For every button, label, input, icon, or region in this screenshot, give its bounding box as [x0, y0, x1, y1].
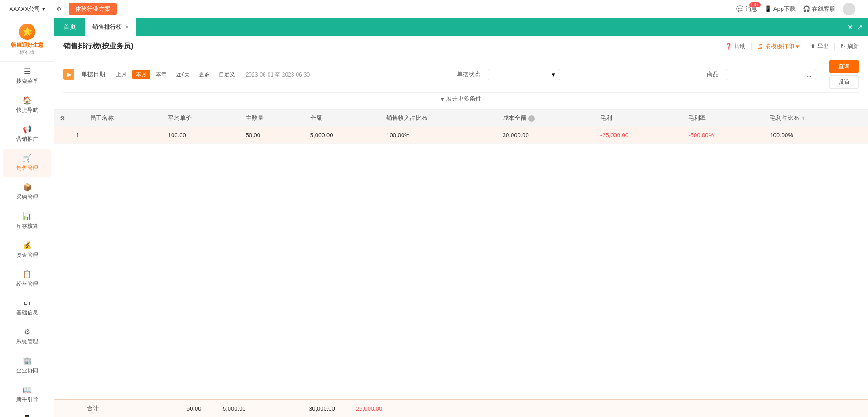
help-label: 帮助	[734, 43, 746, 51]
cell-amount: 5,000.00	[305, 127, 381, 144]
tab-close-icon[interactable]: ×	[125, 24, 129, 30]
sidebar-item-corp[interactable]: 🏢 企业协同	[3, 352, 51, 379]
status-select[interactable]: ▾	[488, 69, 560, 80]
sales-icon: 🛒	[23, 154, 32, 163]
sidebar-item-label: 企业协同	[16, 367, 38, 374]
window-expand-icon[interactable]: ⤢	[857, 23, 863, 32]
logo-area[interactable]: 🌟 畅康通好生意 标准版	[0, 18, 54, 62]
date-tab-7days[interactable]: 近7天	[172, 70, 193, 79]
col-avg-price: 平均单价	[163, 110, 240, 127]
marketing-icon: 📢	[23, 125, 32, 134]
date-tab-prev[interactable]: 上月	[112, 70, 130, 79]
sidebar-item-label: 快捷导航	[16, 106, 38, 114]
operation-icon: 📋	[23, 270, 32, 278]
goods-input[interactable]: ...	[726, 69, 816, 80]
refresh-button[interactable]: ↻ 刷新	[840, 43, 859, 51]
cell-name	[85, 127, 163, 144]
status-label: 单据状态	[457, 70, 480, 78]
sidebar-item-marketing[interactable]: 📢 营销推广	[3, 120, 51, 148]
cost-value: 30,000.00	[503, 132, 529, 139]
amount-value: 5,000.00	[310, 132, 333, 139]
search-menu-icon: ☰	[24, 67, 30, 76]
trial-button[interactable]: 体验行业方案	[69, 3, 117, 15]
company-name: XXXXX公司	[9, 5, 40, 13]
sidebar-item-finance[interactable]: 💰 资金管理	[3, 236, 51, 264]
company-selector[interactable]: XXXXX公司 ▾	[5, 3, 49, 15]
date-tab-custom[interactable]: 自定义	[215, 70, 239, 79]
help-button[interactable]: ❓ 帮助	[725, 43, 746, 51]
message-badge: 99+	[749, 2, 761, 7]
basic-icon: 🗂	[24, 299, 31, 307]
date-range-group: 2023-06-01 至 2023-06-30	[246, 70, 310, 79]
col-gross-label: 毛利	[600, 115, 612, 121]
export-button[interactable]: ⬆ 导出	[810, 43, 829, 51]
sidebar-item-label: 系统管理	[16, 338, 38, 345]
gross-pct-value: 100.00%	[770, 132, 793, 139]
footer-cost: 30,000.00	[309, 405, 354, 412]
chevron-down-icon: ▾	[42, 5, 45, 12]
sidebar-item-sales[interactable]: 🛒 销售管理	[3, 149, 51, 177]
filter-toggle-btn[interactable]: ▶	[63, 69, 74, 80]
table-head: ⚙ 员工名称 平均单价 主数量	[54, 110, 868, 127]
sidebar-item-appstore[interactable]: 📱 应用中心	[3, 410, 51, 417]
sidebar-item-purchase[interactable]: 📦 采购管理	[3, 178, 51, 206]
app-download-label: App下载	[773, 5, 796, 13]
app-download-button[interactable]: 📱 App下载	[764, 5, 796, 13]
sidebar-item-operation[interactable]: 📋 经营管理	[3, 265, 51, 292]
divider-2	[805, 43, 805, 50]
tab-home[interactable]: 首页	[54, 18, 85, 36]
avg-price-value: 100.00	[168, 132, 186, 139]
sales-pct-value: 100.00%	[386, 132, 409, 139]
gross-value: -25,000.00	[600, 132, 628, 139]
cell-qty: 50.00	[240, 127, 305, 144]
tab-sales-ranking[interactable]: 销售排行榜 ×	[85, 18, 136, 36]
cell-avg-price: 100.00	[163, 127, 240, 144]
print-button[interactable]: 🖨 按模板打印 ▾	[757, 43, 799, 51]
sidebar-item-guide[interactable]: 📖 新手引导	[3, 381, 51, 408]
cost-info-icon[interactable]: i	[528, 115, 535, 122]
settings-button[interactable]: 设置	[829, 75, 859, 89]
sidebar-item-label: 采购管理	[16, 193, 38, 201]
help-icon: ❓	[725, 43, 732, 50]
expand-chevron-icon: ▾	[441, 96, 444, 102]
qty-value: 50.00	[246, 132, 261, 139]
query-button[interactable]: 查询	[829, 60, 859, 73]
top-right-area: 💬 消息 99+ 📱 App下载 🎧 在线客服	[736, 3, 863, 15]
col-qty-label: 主数量	[246, 115, 264, 121]
sidebar-item-search[interactable]: ☰ 搜索菜单	[3, 62, 51, 90]
sidebar-item-label: 销售管理	[16, 164, 38, 172]
window-close-icon[interactable]: ✕	[847, 23, 853, 32]
refresh-icon: ↻	[840, 43, 845, 50]
status-chevron-icon: ▾	[552, 71, 555, 78]
sidebar-item-system[interactable]: ⚙ 系统管理	[3, 323, 51, 350]
gross-pct-sort-icon[interactable]: ⬆	[801, 116, 805, 121]
col-sales-pct-label: 销售收入占比%	[386, 115, 427, 121]
avatar[interactable]	[843, 3, 855, 15]
col-name-label: 员工名称	[90, 115, 114, 121]
expand-more-conditions[interactable]: ▾ 展开更多条件	[63, 92, 859, 105]
settings-icon-btn[interactable]: ⚙	[53, 3, 65, 15]
message-button[interactable]: 💬 消息 99+	[736, 5, 757, 13]
tab-label: 销售排行榜	[92, 23, 122, 31]
guide-icon: 📖	[23, 385, 32, 394]
sidebar-item-basic[interactable]: 🗂 基础信息	[3, 294, 51, 321]
sidebar-item-label: 搜索菜单	[16, 77, 38, 85]
gear-icon[interactable]: ⚙	[60, 115, 65, 122]
col-amount: 全额	[305, 110, 381, 127]
sidebar-item-inventory[interactable]: 📊 库存核算	[3, 207, 51, 235]
date-tab-year[interactable]: 本年	[152, 70, 170, 79]
online-service-button[interactable]: 🎧 在线客服	[803, 5, 835, 13]
goods-ellipsis: ...	[806, 71, 811, 78]
col-gear: ⚙	[54, 110, 71, 127]
sidebar-item-label: 库存核算	[16, 222, 38, 230]
col-cost: 成本全额 i	[497, 110, 595, 127]
page-header: 销售排行榜(按业务员) ❓ 帮助 🖨 按模板打印 ▾ ⬆	[54, 36, 868, 55]
col-qty: 主数量	[240, 110, 305, 127]
filter-row-1: ▶ 单据日期 上月 本月 本年 近7天 更多 自定义 2023-06-01 至 …	[63, 60, 859, 89]
date-tab-curr[interactable]: 本月	[132, 70, 150, 79]
date-tab-more[interactable]: 更多	[195, 70, 213, 79]
purchase-icon: 📦	[23, 183, 32, 192]
table-header-row: ⚙ 员工名称 平均单价 主数量	[54, 110, 868, 127]
content-area: 首页 销售排行榜 × ✕ ⤢ 销售排行榜(按业务员) ❓ 帮助	[54, 18, 868, 417]
sidebar-item-shortcut[interactable]: 🏠 快捷导航	[3, 91, 51, 119]
